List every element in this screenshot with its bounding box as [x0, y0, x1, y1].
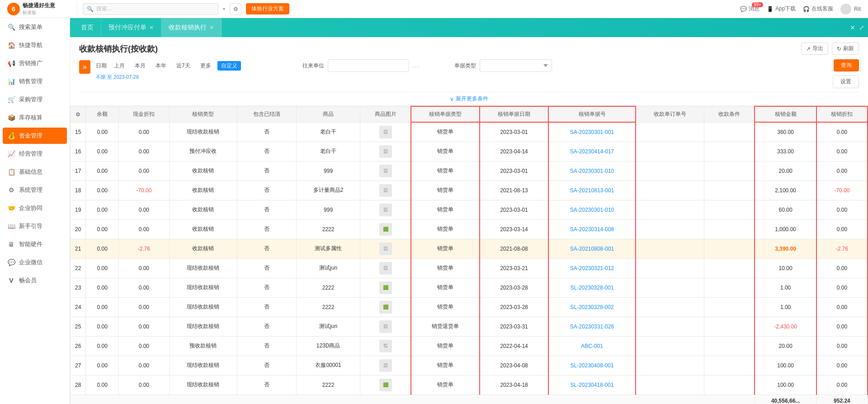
th-type: 核销类型: [169, 106, 237, 122]
cell-product-image: 🟩: [360, 297, 411, 317]
hardware-icon: 🖥: [7, 240, 15, 248]
bill-type-select[interactable]: [480, 59, 552, 72]
sidebar-item-basic-info[interactable]: 📋 基础信息: [0, 163, 70, 181]
cell-writeoff-discount: 0.00: [816, 297, 868, 317]
date-tab-more[interactable]: 更多: [197, 61, 215, 71]
writeoff-number-link[interactable]: SL-20230328-002: [570, 304, 613, 310]
table-row: 16 0.00 0.00 预付冲应收 否 老白干 🖼 销货单 2023-04-1…: [71, 142, 868, 161]
cell-writeoff-number: SA-20230331-026: [548, 317, 636, 336]
product-image: 🖼: [379, 165, 392, 177]
tab-writeoff[interactable]: 收款核销执行 ✕: [161, 18, 222, 37]
cell-product-image: 🖼: [360, 161, 411, 181]
cell-writeoff-date: 2023-03-01: [480, 122, 548, 142]
cell-writeoff-bill-type: 销货单: [411, 356, 480, 375]
user-info[interactable]: Rit: [840, 4, 861, 14]
app-download-button[interactable]: 📱 App下载: [767, 5, 796, 13]
writeoff-number-link[interactable]: SL-20230408-001: [570, 362, 613, 369]
writeoff-number-link[interactable]: SL-20230418-001: [570, 382, 613, 388]
sidebar-item-quick-nav[interactable]: 🏠 快捷导航: [0, 36, 70, 54]
filter-collapse-button[interactable]: »: [79, 60, 90, 74]
sidebar-item-inventory[interactable]: 📦 库存核算: [0, 109, 70, 127]
sidebar-item-guide[interactable]: 📖 新手引导: [0, 217, 70, 235]
writeoff-number-link[interactable]: SA-20210813-001: [570, 187, 614, 194]
expand-more-button[interactable]: ∨ 展开更多条件: [79, 92, 859, 105]
sidebar-item-search[interactable]: 🔍 搜索菜单: [0, 18, 70, 36]
cell-receipt-condition: [704, 356, 755, 375]
cell-writeoff-number: SA-20230301-010: [548, 161, 636, 181]
writeoff-number-link[interactable]: SA-20230321-012: [570, 265, 614, 271]
filter-more-dots[interactable]: ...: [413, 62, 420, 69]
date-tab-this-month[interactable]: 本月: [131, 61, 149, 71]
writeoff-number-link[interactable]: SA-20230301-010: [570, 207, 614, 213]
try-industry-button[interactable]: 体验行业方案: [246, 3, 289, 14]
table-row: 25 0.00 0.00 现结收款核销 否 测试jun 🖼 销货退货单 2023…: [71, 317, 868, 336]
writeoff-number-link[interactable]: SL-20230328-001: [570, 285, 613, 291]
sidebar-item-enterprise[interactable]: 🤝 企业协同: [0, 199, 70, 217]
sidebar-item-member[interactable]: V 畅会员: [0, 271, 70, 290]
cell-id: 18: [71, 181, 86, 200]
cell-writeoff-date: 2023-03-21: [480, 258, 548, 278]
refresh-button[interactable]: ↻ 刷新: [832, 43, 859, 55]
cell-product-image: 🖼: [360, 200, 411, 219]
cell-product: 123D商品: [296, 336, 360, 356]
filter-right-buttons: 查询 设置: [833, 59, 859, 88]
th-cash-discount: 现金折扣: [119, 106, 170, 122]
cell-writeoff-number: SA-20230321-012: [548, 258, 636, 278]
search-bar-top[interactable]: 🔍 搜索...: [83, 3, 218, 15]
writeoff-number-link[interactable]: SA-20230301-001: [570, 129, 614, 135]
cell-cash-discount: 0.00: [119, 142, 170, 161]
settings-button[interactable]: 设置: [833, 75, 859, 88]
sidebar-item-wechat[interactable]: 💬 企业微信: [0, 253, 70, 271]
tab-close-icon[interactable]: ✕: [850, 24, 855, 31]
cell-cash-discount: 0.00: [119, 356, 170, 375]
cell-product: 多计量商品2: [296, 181, 360, 200]
th-balance: 余额: [86, 106, 119, 122]
cell-balance: 0.00: [86, 142, 119, 161]
query-button[interactable]: 查询: [834, 59, 859, 71]
th-settings[interactable]: ⚙: [71, 106, 86, 122]
cell-cash-discount: 0.00: [119, 161, 170, 181]
tab-home[interactable]: 首页: [74, 18, 101, 37]
tab-writeoff-close[interactable]: ✕: [209, 24, 214, 31]
date-range-row: 不限 至 2023-07-26: [96, 74, 552, 81]
date-tab-this-year[interactable]: 本年: [152, 61, 170, 71]
table-row: 17 0.00 0.00 收款核销 否 999 🖼 销货单 2023-03-01…: [71, 161, 868, 181]
writeoff-number-link[interactable]: ABC-001: [581, 343, 603, 349]
dropdown-arrow-icon[interactable]: ▾: [223, 6, 225, 11]
tab-prepay[interactable]: 预付冲应付单 ✕: [101, 18, 161, 37]
writeoff-number-link[interactable]: SA-20230331-026: [570, 323, 614, 330]
sidebar-item-purchase[interactable]: 🛒 采购管理: [0, 90, 70, 109]
tab-expand-icon[interactable]: ⤢: [859, 24, 864, 31]
gear-button[interactable]: ⚙: [230, 3, 241, 15]
sidebar-item-sales[interactable]: 📊 销售管理: [0, 72, 70, 90]
cell-cash-discount: -70.00: [119, 181, 170, 200]
export-button[interactable]: ↗ 导出: [801, 43, 828, 55]
product-image: 🟩: [379, 223, 392, 236]
sidebar-item-system[interactable]: ⚙ 系统管理: [0, 181, 70, 199]
date-tab-custom[interactable]: 自定义: [217, 61, 241, 71]
cell-writeoff-number: SA-20210808-001: [548, 239, 636, 258]
writeoff-number-link[interactable]: SA-20230301-010: [570, 168, 614, 174]
product-image: 🏗: [379, 340, 392, 352]
cell-writeoff-amount: 20.00: [755, 161, 816, 181]
cell-writeoff-amount: 1.00: [755, 297, 816, 317]
writeoff-number-link[interactable]: SA-20230314-008: [570, 226, 614, 233]
cell-writeoff-amount: 360.00: [755, 122, 816, 142]
cell-receipt-order-num: [636, 317, 704, 336]
writeoff-number-link[interactable]: SA-20230414-017: [570, 148, 614, 155]
online-service-button[interactable]: 🎧 在线客服: [803, 5, 833, 13]
sidebar-item-hardware[interactable]: 🖥 智能硬件: [0, 235, 70, 253]
tab-prepay-close[interactable]: ✕: [149, 24, 154, 31]
writeoff-number-link[interactable]: SA-20210808-001: [570, 246, 614, 252]
date-range-text[interactable]: 不限 至 2023-07-26: [96, 74, 139, 81]
sidebar-item-management[interactable]: 📈 经营管理: [0, 145, 70, 163]
date-tab-last-month[interactable]: 上月: [110, 61, 128, 71]
counterpart-input[interactable]: [328, 59, 409, 72]
cell-included-settled: 否: [237, 239, 296, 258]
date-tab-7days[interactable]: 近7天: [173, 61, 194, 71]
notification-button[interactable]: 💬 消息 99+: [740, 5, 760, 13]
sidebar-item-finance[interactable]: 💰 资金管理: [3, 128, 67, 144]
product-image: 🖼: [379, 320, 392, 333]
sidebar-item-marketing[interactable]: 📢 营销推广: [0, 54, 70, 72]
cell-writeoff-amount: -2,430.00: [755, 317, 816, 336]
